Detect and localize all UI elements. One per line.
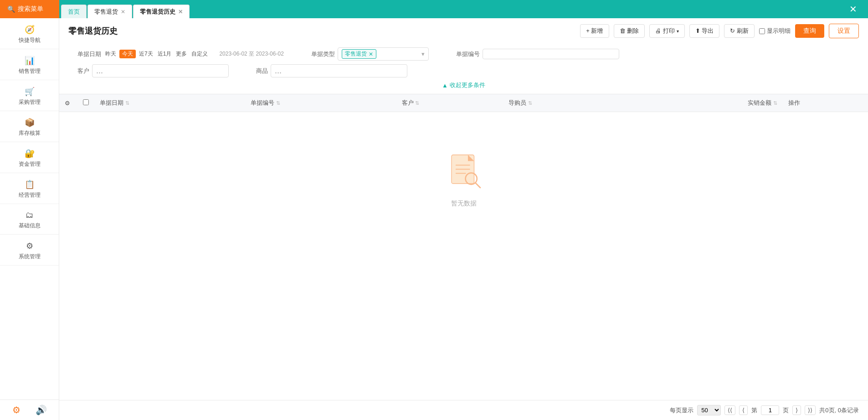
th-actions: 操作 (783, 94, 868, 112)
empty-icon (441, 149, 487, 194)
th-guide[interactable]: 导购员 ⇅ (503, 94, 632, 112)
date-yesterday[interactable]: 昨天 (104, 50, 118, 58)
th-customer-label: 客户 (402, 99, 414, 106)
operation-mgmt-icon: 📋 (25, 179, 35, 190)
sort-voucher-icon: ⇅ (276, 100, 280, 106)
close-retail-return[interactable]: ✕ (121, 9, 125, 15)
main-layout: 🧭 快捷导航 📊 销售管理 🛒 采购管理 📦 库存核算 🔐 资金管理 📋 经营管… (0, 18, 868, 420)
tab-home[interactable]: 首页 (61, 5, 87, 18)
tab-retail-return-history-label: 零售退货历史 (140, 8, 175, 16)
sidebar-item-quick-nav[interactable]: 🧭 快捷导航 (0, 18, 59, 49)
sort-customer-icon: ⇅ (415, 100, 419, 106)
pagination: 每页显示 50 10 20 100 ⟨⟨ ⟨ 第 页 ⟩ ⟩⟩ 共0页, 0条记… (59, 400, 868, 420)
date-today[interactable]: 今天 (119, 50, 136, 58)
delete-button[interactable]: 🗑 删除 (614, 24, 645, 38)
goods-select[interactable]: ... (271, 64, 407, 77)
th-settings[interactable]: ⚙ (59, 94, 77, 112)
set-button[interactable]: 设置 (829, 24, 859, 38)
quick-nav-icon: 🧭 (25, 25, 35, 35)
refresh-label: ↻ 刷新 (730, 27, 749, 35)
basic-info-icon: 🗂 (26, 210, 34, 220)
th-checkbox[interactable] (77, 94, 94, 112)
sort-date-icon: ⇅ (125, 100, 129, 106)
refresh-button[interactable]: ↻ 刷新 (724, 24, 755, 38)
export-button[interactable]: ⬆ 导出 (689, 24, 720, 38)
empty-illustration (443, 151, 484, 192)
goods-filter: 商品 ... (256, 64, 407, 77)
th-customer[interactable]: 客户 ⇅ (396, 94, 503, 112)
select-all-checkbox[interactable] (83, 99, 89, 105)
tab-retail-return-label: 零售退货 (94, 8, 118, 16)
collapse-up-icon: ▲ (442, 82, 448, 89)
sidebar-item-purchase-mgmt[interactable]: 🛒 采购管理 (0, 80, 59, 111)
total-label: 共0页, 0条记录 (819, 406, 859, 415)
sidebar-item-label: 库存核算 (19, 129, 41, 137)
system-mgmt-icon: ⚙ (26, 241, 33, 251)
new-button[interactable]: + 新增 (580, 24, 609, 38)
page-input[interactable] (761, 405, 779, 415)
date-links: 昨天 今天 近7天 近1月 更多 自定义 (104, 50, 209, 58)
sidebar-item-label: 销售管理 (19, 67, 41, 75)
volume-icon[interactable]: 🔊 (36, 405, 47, 415)
first-page-button[interactable]: ⟨⟨ (724, 405, 735, 415)
show-detail-checkbox[interactable] (759, 28, 765, 34)
date-custom[interactable]: 自定义 (190, 50, 209, 58)
sidebar-item-basic-info[interactable]: 🗂 基础信息 (0, 204, 59, 235)
settings-icon[interactable]: ⚙ (65, 100, 70, 107)
print-button[interactable]: 🖨 打印 ▾ (649, 24, 685, 38)
svg-point-7 (467, 174, 471, 179)
customer-label: 客户 (77, 67, 89, 75)
close-window-icon[interactable]: ✕ (846, 4, 861, 15)
prev-page-button[interactable]: ⟨ (739, 405, 748, 415)
voucher-type-filter: 单据类型 零售退货 ✕ ▾ (311, 47, 429, 61)
th-date[interactable]: 单据日期 ⇅ (94, 94, 245, 112)
tab-retail-return-history[interactable]: 零售退货历史 ✕ (133, 5, 190, 18)
date-more[interactable]: 更多 (175, 50, 188, 58)
query-button[interactable]: 查询 (795, 24, 824, 38)
date-range-item: 2023-06-02 至 2023-06-02 (218, 50, 283, 58)
per-page-label: 每页显示 (670, 406, 693, 415)
th-voucher-no-label: 单据编号 (251, 99, 274, 106)
voucher-no-input[interactable] (483, 49, 619, 59)
sidebar-item-label: 系统管理 (19, 253, 41, 261)
tag-text: 零售退货 (345, 50, 367, 58)
date-range-value: 2023-06-02 至 2023-06-02 (219, 50, 283, 58)
content-area: 零售退货历史 + 新增 🗑 删除 🖨 打印 ▾ ⬆ 导出 (59, 18, 868, 420)
th-date-label: 单据日期 (100, 99, 123, 106)
inventory-icon: 📦 (25, 118, 35, 128)
date-filter-label: 单据日期 (77, 50, 101, 58)
date-1month[interactable]: 近1月 (156, 50, 173, 58)
search-area[interactable]: 🔍 搜索菜单 (0, 0, 59, 18)
delete-label: 🗑 删除 (620, 27, 639, 35)
sidebar-item-system-mgmt[interactable]: ⚙ 系统管理 (0, 235, 59, 266)
sales-mgmt-icon: 📊 (25, 56, 35, 66)
th-amount[interactable]: 实销金额 ⇅ (632, 94, 783, 112)
sidebar-item-finance-mgmt[interactable]: 🔐 资金管理 (0, 142, 59, 173)
tab-retail-return[interactable]: 零售退货 ✕ (87, 5, 132, 18)
top-bar: 🔍 搜索菜单 首页 零售退货 ✕ 零售退货历史 ✕ ✕ (0, 0, 868, 18)
page-title: 零售退货历史 (68, 26, 118, 36)
customer-select[interactable]: ... (92, 64, 229, 77)
show-detail-toggle[interactable]: 显示明细 (759, 27, 791, 35)
sidebar-item-inventory[interactable]: 📦 库存核算 (0, 111, 59, 142)
sidebar-item-label: 采购管理 (19, 98, 41, 106)
last-page-button[interactable]: ⟩⟩ (805, 405, 816, 415)
sidebar-item-sales-mgmt[interactable]: 📊 销售管理 (0, 49, 59, 80)
sort-guide-icon: ⇅ (528, 100, 532, 106)
next-page-button[interactable]: ⟩ (792, 405, 801, 415)
close-retail-return-history[interactable]: ✕ (178, 9, 183, 15)
per-page-select[interactable]: 50 10 20 100 (697, 405, 721, 415)
search-label: 搜索菜单 (18, 5, 43, 13)
settings-icon[interactable]: ⚙ (12, 405, 21, 415)
remove-tag-icon[interactable]: ✕ (369, 51, 373, 57)
empty-state: 暂无数据 (59, 112, 868, 244)
collapse-button[interactable]: ▲ 收起更多条件 (442, 81, 485, 89)
query-label: 查询 (803, 27, 816, 34)
sidebar-item-operation-mgmt[interactable]: 📋 经营管理 (0, 173, 59, 204)
voucher-type-select[interactable]: 零售退货 ✕ ▾ (338, 47, 429, 61)
date-7days[interactable]: 近7天 (138, 50, 154, 58)
th-voucher-no[interactable]: 单据编号 ⇅ (245, 94, 396, 112)
goods-dots: ... (275, 66, 282, 76)
set-label: 设置 (837, 27, 850, 34)
voucher-no-label: 单据编号 (456, 50, 480, 58)
